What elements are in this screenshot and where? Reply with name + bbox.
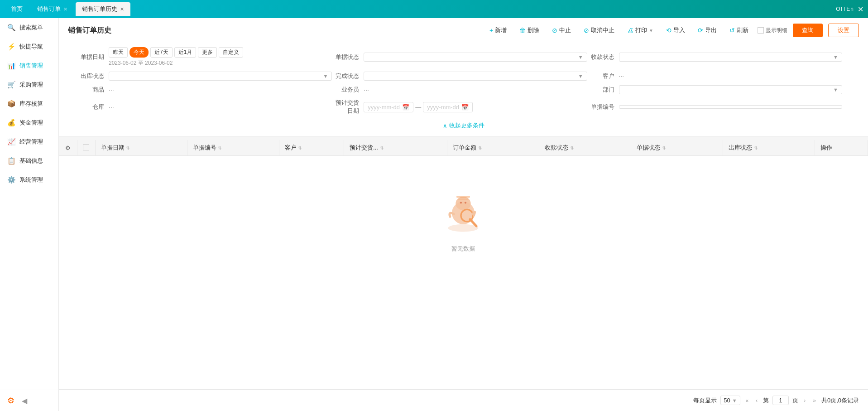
col-date: 单据日期 ⇅ xyxy=(95,140,187,156)
sort-outstatus-icon[interactable]: ⇅ xyxy=(754,145,758,150)
next-page-btn[interactable]: › xyxy=(802,396,807,405)
customer-dots-btn[interactable]: ··· xyxy=(619,73,624,80)
cancel-stop-button[interactable]: ⊘ 取消中止 xyxy=(580,24,618,36)
window-close-icon[interactable]: ✕ xyxy=(858,5,863,14)
calendar-to-icon[interactable]: 📅 xyxy=(461,104,469,111)
import-label: 导入 xyxy=(673,26,685,34)
tab-sales-order-close[interactable]: ✕ xyxy=(63,6,67,12)
col-checkbox[interactable] xyxy=(77,140,95,156)
filter-receipt-content: ▼ xyxy=(619,53,842,62)
expecteddate-label: 预计交货日期 xyxy=(332,99,364,115)
receipt-select[interactable]: ▼ xyxy=(619,53,842,62)
print-arrow-icon: ▼ xyxy=(649,28,653,33)
sidebar-item-basic[interactable]: 📋 基础信息 xyxy=(0,151,58,170)
filter-goods-content: ··· xyxy=(109,86,332,93)
date-btn-1month[interactable]: 近1月 xyxy=(174,47,197,58)
first-page-btn[interactable]: « xyxy=(744,396,751,405)
prev-page-btn[interactable]: ‹ xyxy=(754,396,759,405)
page-title-row: 销售订单历史 + 新增 🗑 删除 ⊘ 中止 ⊘ xyxy=(68,24,859,37)
show-detail-checkbox[interactable] xyxy=(758,27,764,34)
date-btn-today[interactable]: 今天 xyxy=(129,47,149,58)
page-title: 销售订单历史 xyxy=(68,26,111,35)
filter-status-content: ▼ xyxy=(364,53,587,62)
sidebar-item-system[interactable]: ⚙️ 系统管理 xyxy=(0,170,58,189)
filter-goods-section: 商品 ··· xyxy=(77,86,332,94)
goods-dots-btn[interactable]: ··· xyxy=(109,86,114,93)
complete-select[interactable]: ▼ xyxy=(364,72,587,81)
docno-input[interactable] xyxy=(619,105,842,109)
sidebar-settings-icon[interactable]: ⚙ xyxy=(7,396,14,406)
empty-state-icon xyxy=(441,192,486,237)
pagination-bar: 每页显示 50 ▼ « ‹ 第 页 › » 共0页,0条记录 xyxy=(59,389,868,411)
sidebar-item-purchase[interactable]: 🛒 采购管理 xyxy=(0,75,58,94)
sidebar-item-inventory[interactable]: 📦 库存核算 xyxy=(0,94,58,113)
export-button[interactable]: ⟳ 导出 xyxy=(694,24,720,36)
col-customer-label: 客户 xyxy=(285,144,297,151)
sidebar-item-quicknav[interactable]: ⚡ 快捷导航 xyxy=(0,37,58,56)
current-page-input[interactable] xyxy=(772,396,789,405)
inventory-icon: 📦 xyxy=(7,100,16,108)
refresh-button[interactable]: ↺ 刷新 xyxy=(726,24,752,36)
sidebar-search-label: 搜索菜单 xyxy=(19,24,43,32)
goods-label: 商品 xyxy=(77,86,109,94)
query-button[interactable]: 查询 xyxy=(793,24,823,37)
dept-select[interactable]: ▼ xyxy=(619,85,842,94)
operation-icon: 📈 xyxy=(7,138,16,146)
search-icon: 🔍 xyxy=(7,24,16,32)
date-btn-more[interactable]: 更多 xyxy=(198,47,217,58)
status-select[interactable]: ▼ xyxy=(364,53,587,62)
filter-complete-section: 完成状态 ▼ xyxy=(332,72,587,81)
col-doc-status: 单据状态 ⇅ xyxy=(631,140,723,156)
empty-text: 暂无数据 xyxy=(451,245,475,253)
collapse-button[interactable]: ∧ 收起更多条件 xyxy=(77,120,850,131)
page-size-select[interactable]: 50 ▼ xyxy=(720,396,740,405)
import-button[interactable]: ⟲ 导入 xyxy=(662,24,689,36)
date-btn-7days[interactable]: 近7天 xyxy=(150,47,173,58)
expected-date-to[interactable]: yyyy-mm-dd 📅 xyxy=(423,102,473,112)
tab-bar: 首页 销售订单 ✕ 销售订单历史 ✕ xyxy=(5,2,836,16)
calendar-from-icon[interactable]: 📅 xyxy=(402,104,409,111)
salesperson-dots-btn[interactable]: ··· xyxy=(364,86,369,93)
sort-expected-icon[interactable]: ⇅ xyxy=(380,145,384,150)
tab-home[interactable]: 首页 xyxy=(5,2,29,16)
tab-sales-order-history[interactable]: 销售订单历史 ✕ xyxy=(76,2,130,16)
last-page-btn[interactable]: » xyxy=(811,396,818,405)
sidebar-item-finance[interactable]: 💰 资金管理 xyxy=(0,113,58,132)
col-settings[interactable]: ⚙ xyxy=(59,140,77,156)
date-range-text: 2023-06-02 至 2023-06-02 xyxy=(109,60,173,66)
sort-customer-icon[interactable]: ⇅ xyxy=(298,145,302,150)
top-bar-right: OfTEn ✕ xyxy=(836,5,863,14)
set-button[interactable]: 设置 xyxy=(828,24,859,37)
status-label: 单据状态 xyxy=(332,53,364,61)
warehouse-dots-btn[interactable]: ··· xyxy=(109,103,114,111)
print-button[interactable]: 🖨 打印 ▼ xyxy=(623,24,657,36)
stop-button[interactable]: ⊘ 中止 xyxy=(548,24,575,36)
header-checkbox[interactable] xyxy=(83,144,89,150)
col-date-label: 单据日期 xyxy=(101,144,125,151)
sort-docstatus-icon[interactable]: ⇅ xyxy=(662,145,666,150)
sort-amount-icon[interactable]: ⇅ xyxy=(478,145,482,150)
svg-point-5 xyxy=(460,202,462,203)
date-btn-custom[interactable]: 自定义 xyxy=(219,47,243,58)
complete-arrow-icon: ▼ xyxy=(578,73,583,79)
sort-date-icon[interactable]: ⇅ xyxy=(126,145,129,150)
sort-receipt-icon[interactable]: ⇅ xyxy=(570,145,574,150)
col-expected: 预计交货... ⇅ xyxy=(344,140,447,156)
new-button[interactable]: + 新增 xyxy=(486,24,510,36)
page-size-arrow-icon: ▼ xyxy=(732,398,737,403)
sort-docno-icon[interactable]: ⇅ xyxy=(218,145,221,150)
sidebar-item-sales[interactable]: 📊 销售管理 xyxy=(0,56,58,75)
date-btn-yesterday[interactable]: 昨天 xyxy=(109,47,128,58)
tab-sales-order[interactable]: 销售订单 ✕ xyxy=(31,2,74,16)
delete-button[interactable]: 🗑 删除 xyxy=(516,24,543,36)
sidebar-collapse-icon[interactable]: ◀ xyxy=(22,396,27,405)
tab-sales-order-history-close[interactable]: ✕ xyxy=(120,6,124,12)
out-select[interactable]: ▼ xyxy=(109,72,332,81)
sidebar-finance-label: 资金管理 xyxy=(19,119,43,127)
settings-gear-icon[interactable]: ⚙ xyxy=(65,145,71,151)
filter-salesperson-content: ··· xyxy=(364,86,587,93)
sidebar-item-operation[interactable]: 📈 经营管理 xyxy=(0,132,58,151)
expected-date-from[interactable]: yyyy-mm-dd 📅 xyxy=(364,102,413,112)
sidebar-item-search[interactable]: 🔍 搜索菜单 xyxy=(0,18,58,37)
show-detail-label: 显示明细 xyxy=(766,27,787,34)
